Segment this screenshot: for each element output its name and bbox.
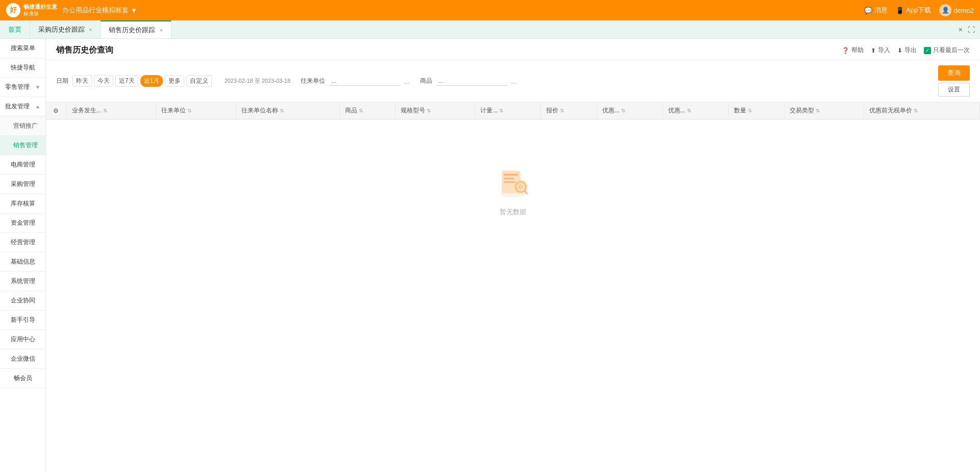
goods-filter-label: 商品 bbox=[420, 77, 432, 85]
sales-mgmt-label: 销售管理 bbox=[13, 141, 38, 150]
sidebar-item-purchase-mgmt[interactable]: 采购管理 bbox=[0, 175, 45, 194]
th-trade-partner-name[interactable]: 往来单位名称 ⇅ bbox=[236, 102, 339, 120]
empty-text: 暂无数据 bbox=[500, 207, 526, 217]
th-quantity[interactable]: 数量 ⇅ bbox=[728, 102, 784, 120]
svg-rect-2 bbox=[504, 174, 518, 176]
sidebar-item-app-center[interactable]: 应用中心 bbox=[0, 330, 45, 349]
th-unit[interactable]: 计量... ⇅ bbox=[475, 102, 541, 120]
th-business-date[interactable]: 业务发生... ⇅ bbox=[66, 102, 156, 120]
purchase-mgmt-label: 采购管理 bbox=[11, 180, 35, 188]
goods-dots-button[interactable]: ... bbox=[511, 77, 517, 85]
sidebar-item-member[interactable]: 畅会员 bbox=[0, 369, 45, 388]
sidebar-item-basic-info[interactable]: 基础信息 bbox=[0, 252, 45, 272]
filter-actions: 查询 设置 bbox=[938, 65, 970, 97]
trade-partner-input-group: ... bbox=[329, 76, 410, 86]
help-label: 帮助 bbox=[851, 46, 864, 55]
date-btn-7days[interactable]: 近7天 bbox=[115, 75, 138, 87]
tab-home[interactable]: 首页 bbox=[0, 20, 30, 38]
th-spec-label: 规格型号 bbox=[401, 106, 425, 115]
logo-area: 好 畅捷通好生意 标准版 bbox=[6, 3, 57, 17]
goods-input-group: ... bbox=[436, 76, 517, 86]
ecommerce-mgmt-label: 电商管理 bbox=[11, 160, 35, 169]
date-btn-custom[interactable]: 自定义 bbox=[186, 75, 212, 87]
only-last-checkbox[interactable]: ✓ 只看最后一次 bbox=[924, 46, 970, 55]
sidebar-item-system-mgmt[interactable]: 系统管理 bbox=[0, 272, 45, 291]
sort-icon-business-date: ⇅ bbox=[103, 108, 107, 113]
date-btn-more[interactable]: 更多 bbox=[165, 75, 184, 87]
logo-sub: 标准版 bbox=[23, 11, 57, 17]
sort-icon-spec: ⇅ bbox=[427, 108, 431, 113]
th-goods[interactable]: 商品 ⇅ bbox=[339, 102, 395, 120]
sort-icon-goods: ⇅ bbox=[359, 108, 363, 113]
close-all-tabs-icon[interactable]: × bbox=[959, 26, 963, 34]
sidebar-item-new-guide[interactable]: 新手引导 bbox=[0, 311, 45, 330]
query-button[interactable]: 查询 bbox=[938, 65, 970, 81]
th-discount2[interactable]: 优惠... ⇅ bbox=[663, 102, 728, 120]
trade-partner-filter-group: 往来单位 ... bbox=[301, 76, 410, 86]
date-btn-yesterday[interactable]: 昨天 bbox=[72, 75, 92, 87]
th-quote[interactable]: 报价 ⇅ bbox=[541, 102, 597, 120]
th-pretax-price[interactable]: 优惠前无税单价 ⇅ bbox=[864, 102, 980, 120]
th-business-date-label: 业务发生... bbox=[72, 106, 102, 115]
filter-bar: 日期 昨天 今天 近7天 近1月 更多 自定义 2023-02-18 至 202… bbox=[46, 60, 980, 102]
th-spec[interactable]: 规格型号 ⇅ bbox=[396, 102, 475, 120]
message-button[interactable]: 💬 消息 bbox=[864, 6, 888, 15]
tab-sales-history-close[interactable]: × bbox=[159, 27, 162, 33]
user-avatar-area[interactable]: 👤 demo2 bbox=[939, 4, 974, 16]
sidebar-item-enterprise-collab[interactable]: 企业协同 bbox=[0, 291, 45, 311]
th-trade-partner-code[interactable]: 往来单位 ⇅ bbox=[156, 102, 236, 120]
sort-icon-trade-partner-name: ⇅ bbox=[280, 108, 284, 113]
page-title: 销售历史价查询 bbox=[56, 45, 113, 56]
date-btn-today[interactable]: 今天 bbox=[94, 75, 113, 87]
th-settings[interactable]: ⚙ bbox=[46, 102, 66, 120]
sort-icon-discount2: ⇅ bbox=[687, 108, 691, 113]
top-header: 好 畅捷通好生意 标准版 办公用品行业模拟账套 ▼ 💬 消息 📱 App下载 👤… bbox=[0, 0, 980, 20]
app-download-button[interactable]: 📱 App下载 bbox=[896, 6, 931, 15]
message-label: 消息 bbox=[874, 6, 888, 15]
avatar: 👤 bbox=[939, 4, 951, 16]
sidebar-item-marketing[interactable]: 营销推广 bbox=[0, 116, 45, 136]
tab-purchase-history[interactable]: 采购历史价跟踪 × bbox=[30, 20, 101, 38]
goods-input[interactable] bbox=[436, 76, 508, 86]
logo-text: 畅捷通好生意 bbox=[23, 4, 57, 10]
sidebar-item-quick-nav[interactable]: 快捷导航 bbox=[0, 58, 45, 78]
import-label: 导入 bbox=[878, 46, 890, 55]
retail-mgmt-label: 零售管理 bbox=[5, 83, 30, 91]
content-area: 销售历史价查询 ❓ 帮助 ⬆ 导入 ⬇ 导出 ✓ 只看最后一次 bbox=[46, 39, 980, 472]
help-button[interactable]: ❓ 帮助 bbox=[842, 46, 864, 55]
new-guide-label: 新手引导 bbox=[11, 316, 35, 324]
sidebar-item-enterprise-wechat[interactable]: 企业微信 bbox=[0, 349, 45, 369]
tab-purchase-history-close[interactable]: × bbox=[89, 27, 92, 33]
th-discount1[interactable]: 优惠... ⇅ bbox=[597, 102, 663, 120]
dropdown-arrow-icon: ▼ bbox=[131, 7, 137, 14]
sidebar-item-finance-mgmt[interactable]: 资金管理 bbox=[0, 214, 45, 233]
svg-rect-4 bbox=[504, 181, 516, 183]
empty-state: 暂无数据 bbox=[46, 120, 980, 257]
date-btn-1month[interactable]: 近1月 bbox=[140, 75, 163, 87]
svg-rect-3 bbox=[504, 178, 514, 179]
main-layout: 搜索菜单 快捷导航 零售管理 ▼ 批发管理 ▲ 营销推广 销售管理 电商管理 采… bbox=[0, 39, 980, 472]
wholesale-mgmt-label: 批发管理 bbox=[5, 102, 30, 111]
settings-button[interactable]: 设置 bbox=[938, 83, 970, 97]
account-dropdown[interactable]: 办公用品行业模拟账套 ▼ bbox=[62, 6, 137, 15]
sidebar-item-retail-mgmt[interactable]: 零售管理 ▼ bbox=[0, 78, 45, 97]
tab-purchase-history-label: 采购历史价跟踪 bbox=[38, 25, 85, 34]
sidebar-item-wholesale-mgmt[interactable]: 批发管理 ▲ bbox=[0, 97, 45, 116]
fullscreen-icon[interactable]: ⛶ bbox=[968, 26, 975, 34]
sidebar-item-ecommerce-mgmt[interactable]: 电商管理 bbox=[0, 155, 45, 175]
trade-partner-dots-button[interactable]: ... bbox=[404, 77, 410, 85]
th-quote-label: 报价 bbox=[546, 106, 558, 115]
export-button[interactable]: ⬇ 导出 bbox=[897, 46, 917, 55]
table-settings-icon[interactable]: ⚙ bbox=[53, 107, 59, 114]
tab-sales-history[interactable]: 销售历史价跟踪 × bbox=[101, 20, 171, 38]
sidebar-item-sales-mgmt[interactable]: 销售管理 bbox=[0, 136, 45, 155]
th-trade-type[interactable]: 交易类型 ⇅ bbox=[785, 102, 864, 120]
sidebar-item-search-menu[interactable]: 搜索菜单 bbox=[0, 39, 45, 58]
import-button[interactable]: ⬆ 导入 bbox=[871, 46, 890, 55]
sidebar-item-operation-mgmt[interactable]: 经营管理 bbox=[0, 233, 45, 252]
data-table: ⚙ 业务发生... ⇅ 往来单位 ⇅ bbox=[46, 102, 980, 120]
system-mgmt-label: 系统管理 bbox=[11, 277, 35, 286]
sidebar-item-inventory-calc[interactable]: 库存核算 bbox=[0, 194, 45, 214]
trade-partner-input[interactable] bbox=[329, 76, 401, 86]
app-download-label: App下载 bbox=[906, 6, 931, 15]
